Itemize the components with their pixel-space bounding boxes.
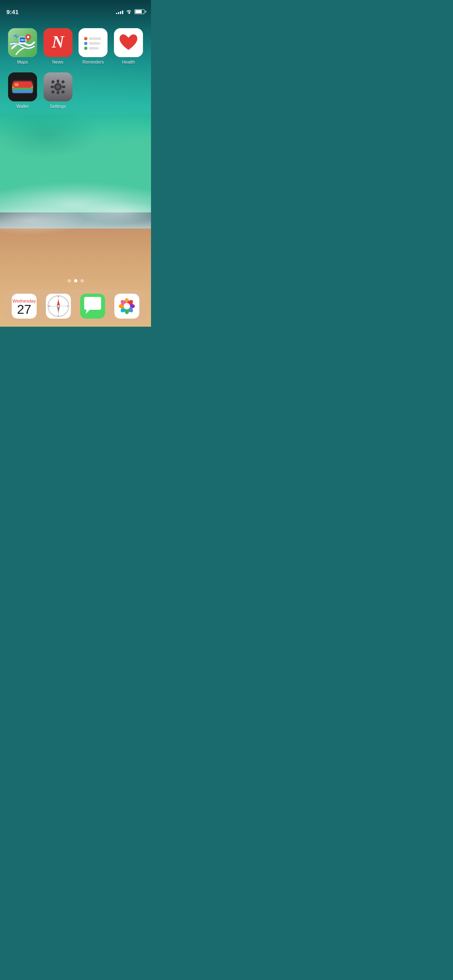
app-grid: 280 Maps N News xyxy=(0,24,151,113)
app-item-wallet[interactable]: Wallet xyxy=(6,72,39,109)
svg-rect-29 xyxy=(57,91,59,94)
app-item-settings[interactable]: Settings xyxy=(42,72,74,109)
page-dot-3[interactable] xyxy=(81,279,84,282)
settings-label: Settings xyxy=(50,104,66,109)
news-icon: N xyxy=(43,28,72,57)
app-item-maps[interactable]: 280 Maps xyxy=(6,28,39,64)
battery-fill xyxy=(135,10,142,13)
svg-point-10 xyxy=(84,37,87,40)
app-item-health[interactable]: Health xyxy=(112,28,145,64)
health-label: Health xyxy=(122,60,135,64)
dock-item-photos[interactable] xyxy=(111,294,142,319)
status-bar: 9:41 xyxy=(0,0,151,18)
signal-icon xyxy=(116,9,123,14)
svg-text:280: 280 xyxy=(20,39,25,41)
app-item-reminders[interactable]: Reminders xyxy=(77,28,110,64)
svg-point-60 xyxy=(124,303,130,309)
page-dots xyxy=(0,279,151,282)
safari-icon: N S W E xyxy=(46,294,71,319)
svg-point-5 xyxy=(27,36,29,38)
reminders-label: Reminders xyxy=(83,60,104,64)
photos-icon xyxy=(114,294,139,319)
svg-rect-21 xyxy=(12,90,33,93)
svg-rect-13 xyxy=(89,42,100,45)
svg-rect-31 xyxy=(62,86,65,88)
svg-point-27 xyxy=(56,85,60,89)
health-icon xyxy=(114,28,143,57)
dock-item-calendar[interactable]: Wednesday 27 xyxy=(9,294,40,319)
page-dot-1[interactable] xyxy=(68,279,71,282)
wifi-icon xyxy=(126,9,132,14)
svg-text:N: N xyxy=(51,33,64,51)
news-label: News xyxy=(52,60,64,64)
dock-item-messages[interactable] xyxy=(77,294,108,319)
messages-icon xyxy=(80,294,105,319)
dock-item-safari[interactable]: N S W E xyxy=(43,294,74,319)
maps-label: Maps xyxy=(17,60,28,64)
wallet-icon xyxy=(8,72,37,101)
foam-streaks xyxy=(0,163,151,245)
svg-point-14 xyxy=(84,47,87,50)
svg-rect-24 xyxy=(14,83,19,86)
svg-point-12 xyxy=(84,42,87,45)
calendar-icon: Wednesday 27 xyxy=(12,294,37,319)
svg-text:N: N xyxy=(58,295,59,298)
svg-rect-28 xyxy=(57,80,59,83)
settings-icon xyxy=(43,72,72,101)
svg-rect-11 xyxy=(89,37,101,40)
svg-rect-15 xyxy=(89,47,99,49)
reminders-icon xyxy=(79,28,108,57)
status-time: 9:41 xyxy=(6,8,19,15)
page-dot-2[interactable] xyxy=(74,279,77,282)
app-item-news[interactable]: N News xyxy=(42,28,74,64)
svg-text:27: 27 xyxy=(17,302,32,317)
status-icons xyxy=(116,9,145,14)
maps-icon: 280 xyxy=(8,28,37,57)
svg-text:W: W xyxy=(48,305,50,307)
battery-icon xyxy=(134,9,145,14)
dock: Wednesday 27 N S W E xyxy=(4,290,147,323)
wallet-label: Wallet xyxy=(17,104,29,109)
svg-rect-30 xyxy=(51,86,54,88)
